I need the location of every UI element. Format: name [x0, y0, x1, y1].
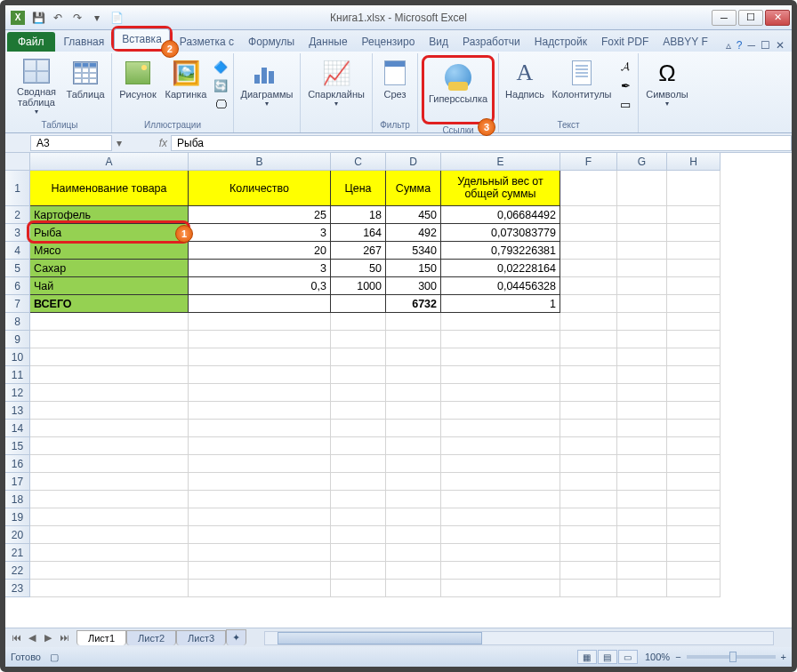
cell[interactable] [560, 473, 617, 491]
cell[interactable] [441, 348, 560, 366]
cell[interactable] [560, 384, 617, 402]
cell[interactable] [189, 580, 331, 597]
cell[interactable] [617, 206, 667, 224]
col-header-H[interactable]: H [667, 153, 721, 171]
pagelayout-view-icon[interactable]: ▤ [598, 650, 617, 664]
cell[interactable] [189, 366, 331, 384]
pagebreak-view-icon[interactable]: ▭ [618, 650, 638, 664]
cell[interactable] [617, 313, 667, 331]
cell[interactable] [667, 313, 721, 331]
cell[interactable] [667, 455, 721, 473]
cell[interactable] [331, 580, 386, 597]
cell[interactable] [441, 580, 560, 597]
row-header[interactable]: 11 [5, 366, 30, 384]
row-header[interactable]: 19 [5, 508, 30, 526]
cell[interactable] [617, 402, 667, 420]
cell[interactable] [560, 242, 617, 260]
cell[interactable] [617, 348, 667, 366]
cell[interactable]: 3 [189, 260, 331, 277]
cell[interactable] [441, 437, 560, 455]
cell[interactable] [386, 455, 441, 473]
row-header[interactable]: 4 [5, 242, 30, 260]
cell[interactable] [331, 295, 386, 313]
cell[interactable]: 18 [331, 206, 386, 224]
cell[interactable] [441, 384, 560, 402]
maximize-button[interactable]: ☐ [738, 10, 763, 26]
save-icon[interactable]: 💾 [30, 10, 46, 26]
cell[interactable] [30, 366, 189, 384]
cell[interactable] [617, 420, 667, 437]
cell[interactable] [560, 366, 617, 384]
cell[interactable] [30, 348, 189, 366]
cell[interactable]: 0,06684492 [441, 206, 560, 224]
cell[interactable] [617, 384, 667, 402]
row-header[interactable]: 9 [5, 331, 30, 348]
cell[interactable] [30, 384, 189, 402]
qat-extra-icon[interactable]: 📄 [109, 10, 125, 26]
col-header-B[interactable]: B [189, 153, 331, 171]
cell[interactable] [189, 491, 331, 508]
new-sheet-button[interactable]: ✦ [226, 629, 246, 645]
cell[interactable] [560, 562, 617, 580]
col-header-D[interactable]: D [386, 153, 441, 171]
cell[interactable] [30, 580, 189, 597]
cell[interactable] [331, 366, 386, 384]
doc-restore-icon[interactable]: ☐ [761, 39, 770, 52]
cell[interactable] [560, 544, 617, 562]
cell[interactable] [667, 526, 721, 544]
cell[interactable]: 0,3 [189, 277, 331, 295]
cell[interactable] [189, 437, 331, 455]
tab-abbyy[interactable]: ABBYY F [656, 32, 714, 52]
row-header[interactable]: 2 [5, 206, 30, 224]
table-button[interactable]: Таблица [63, 55, 108, 116]
cell[interactable] [386, 508, 441, 526]
sheet-tab-1[interactable]: Лист1 [76, 630, 126, 645]
cell[interactable] [617, 508, 667, 526]
file-tab[interactable]: Файл [7, 32, 55, 52]
cell[interactable] [30, 562, 189, 580]
formula-input[interactable]: Рыба [171, 135, 792, 151]
cells-area[interactable]: Наименование товараКоличествоЦенаСуммаУд… [30, 171, 721, 597]
cell[interactable] [560, 295, 617, 313]
row-header[interactable]: 7 [5, 295, 30, 313]
cell[interactable] [617, 171, 667, 206]
sheet-tab-3[interactable]: Лист3 [176, 630, 226, 645]
cell[interactable]: Наименование товара [30, 171, 189, 206]
cell[interactable] [441, 544, 560, 562]
pivottable-button[interactable]: Сводная таблица ▾ [12, 55, 61, 116]
cell[interactable] [30, 491, 189, 508]
normal-view-icon[interactable]: ▦ [577, 650, 597, 664]
tab-addins[interactable]: Надстройк [527, 32, 594, 52]
headerfooter-button[interactable]: Колонтитулы [549, 55, 615, 116]
cell[interactable] [667, 331, 721, 348]
signature-icon[interactable]: ✒ [616, 77, 634, 93]
name-box-arrow-icon[interactable]: ▾ [112, 137, 126, 149]
cell[interactable] [441, 366, 560, 384]
row-header[interactable]: 15 [5, 437, 30, 455]
cell[interactable]: 3 [189, 224, 331, 242]
cell[interactable] [189, 473, 331, 491]
tab-formulas[interactable]: Формулы [241, 32, 302, 52]
col-header-C[interactable]: C [331, 153, 386, 171]
cell[interactable]: 492 [386, 224, 441, 242]
tab-view[interactable]: Вид [422, 32, 455, 52]
row-header[interactable]: 10 [5, 348, 30, 366]
tab-review[interactable]: Рецензиро [355, 32, 423, 52]
cell[interactable]: 267 [331, 242, 386, 260]
cell[interactable]: Удельный вес от общей суммы [441, 171, 560, 206]
cell[interactable] [617, 526, 667, 544]
col-header-G[interactable]: G [617, 153, 667, 171]
cell[interactable] [386, 437, 441, 455]
spreadsheet-grid[interactable]: ABCDEFGH 1234567891011121314151617181920… [5, 153, 792, 628]
cell[interactable] [441, 455, 560, 473]
cell[interactable] [560, 491, 617, 508]
hscroll-thumb[interactable] [278, 632, 482, 644]
row-header[interactable]: 23 [5, 580, 30, 597]
cell[interactable] [560, 526, 617, 544]
doc-minimize-icon[interactable]: ─ [747, 39, 755, 52]
cell[interactable] [667, 473, 721, 491]
cell[interactable] [30, 455, 189, 473]
cell[interactable] [617, 562, 667, 580]
cell[interactable] [667, 402, 721, 420]
cell[interactable] [189, 384, 331, 402]
